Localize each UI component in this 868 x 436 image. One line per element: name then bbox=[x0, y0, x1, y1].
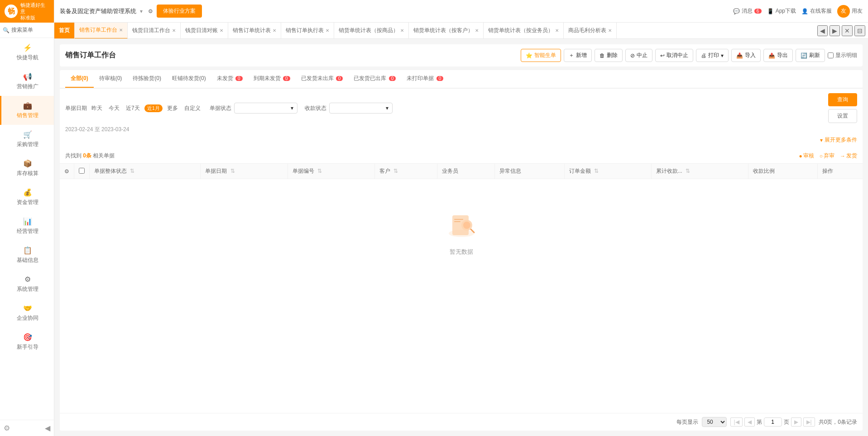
sidebar-item-basic-info[interactable]: 📋 基础信息 bbox=[0, 241, 54, 270]
col-status-label: 单据整体状态 bbox=[94, 168, 127, 174]
sub-tab-pending-inspect[interactable]: 待拣验货(0) bbox=[127, 70, 167, 88]
tab-sales-execute[interactable]: 销售订单执行表 ✕ bbox=[281, 23, 334, 39]
tab-expand-btn[interactable]: ⊟ bbox=[854, 25, 865, 36]
app-download-action[interactable]: 📱 App下载 bbox=[767, 7, 796, 15]
tab-close-summary-customer[interactable]: ✕ bbox=[475, 28, 479, 33]
online-service-action[interactable]: 👤 在线客服 bbox=[801, 7, 832, 15]
sidebar-item-sales[interactable]: 💼 销售管理 bbox=[0, 96, 54, 125]
sidebar-item-marketing[interactable]: 📢 营销推广 bbox=[0, 67, 54, 96]
payment-select[interactable]: ▾ bbox=[329, 103, 393, 114]
tab-close-cash-daily[interactable]: ✕ bbox=[172, 28, 176, 33]
pagination-first-btn[interactable]: |◀ bbox=[730, 417, 742, 427]
tab-close-all-btn[interactable]: ✕ bbox=[842, 25, 853, 36]
tab-close-goods-margin[interactable]: ✕ bbox=[608, 28, 612, 33]
date-more-btn[interactable]: 更多 bbox=[165, 104, 180, 113]
tab-home[interactable]: 首页 bbox=[54, 23, 75, 39]
expand-btn[interactable]: ▾ 展开更多条件 bbox=[820, 136, 857, 144]
sidebar-item-finance[interactable]: 💰 资金管理 bbox=[0, 183, 54, 212]
tab-sales-summary-customer[interactable]: 销货单统计表（按客户） ✕ bbox=[409, 23, 484, 39]
delete-btn[interactable]: 🗑 删除 bbox=[595, 49, 623, 62]
dropdown-icon[interactable]: ▾ bbox=[140, 8, 143, 14]
pagination-prev-btn[interactable]: ◀ bbox=[744, 417, 755, 427]
table-toolbar: 共找到 0条 相关单据 ● 审核 ○ 弃审 → 发货 bbox=[60, 148, 863, 164]
sort-date-icon[interactable]: ⇅ bbox=[230, 168, 235, 174]
tab-close-summary-product[interactable]: ✕ bbox=[400, 28, 404, 33]
setting-btn[interactable]: 设置 bbox=[828, 109, 857, 123]
tab-close-cash-reconcile[interactable]: ✕ bbox=[220, 28, 223, 33]
date-1month-btn[interactable]: 近1月 bbox=[144, 104, 163, 112]
sub-tab-not-printed[interactable]: 未打印单据 0 bbox=[401, 70, 449, 88]
page-input[interactable]: 1 bbox=[764, 417, 782, 427]
tab-next-btn[interactable]: ▶ bbox=[830, 25, 840, 36]
sidebar-item-purchase[interactable]: 🛒 采购管理 bbox=[0, 125, 54, 154]
refresh-btn[interactable]: 🔄 刷新 bbox=[796, 49, 825, 62]
user-action[interactable]: 友 用友 bbox=[837, 5, 863, 18]
gear-icon[interactable]: ⚙ bbox=[148, 8, 153, 14]
sub-tab-all[interactable]: 全部(0) bbox=[65, 70, 94, 88]
cancel-review-action-btn[interactable]: ○ 弃审 bbox=[820, 152, 834, 160]
smart-btn[interactable]: ⭐ 智能生单 bbox=[521, 49, 561, 62]
stop-btn[interactable]: ⊘ 中止 bbox=[625, 49, 652, 62]
sub-tab-wangpu-ship[interactable]: 旺铺待发货(0) bbox=[167, 70, 211, 88]
date-yesterday-btn[interactable]: 昨天 bbox=[90, 104, 104, 113]
cancel-stop-btn[interactable]: ↩ 取消中止 bbox=[655, 49, 693, 62]
tab-prev-btn[interactable]: ◀ bbox=[817, 25, 828, 36]
sidebar-item-inventory[interactable]: 📦 库存核算 bbox=[0, 154, 54, 183]
tab-sales-workbench[interactable]: 销售订单工作台 ✕ bbox=[75, 23, 128, 39]
th-settings[interactable]: ⚙ bbox=[60, 164, 74, 179]
empty-icon bbox=[443, 206, 480, 242]
print-btn[interactable]: 🖨 打印 ▾ bbox=[696, 49, 729, 62]
show-detail-label[interactable]: 显示明细 bbox=[828, 52, 857, 59]
th-checkbox[interactable] bbox=[74, 164, 90, 179]
sub-tab-not-shipped[interactable]: 未发货 0 bbox=[211, 70, 248, 88]
tab-cash-daily[interactable]: 钱货日清工作台 ✕ bbox=[128, 23, 181, 39]
date-7days-btn[interactable]: 近7天 bbox=[124, 104, 142, 113]
sub-tab-shipped-not-out[interactable]: 已发货未出库 0 bbox=[296, 70, 349, 88]
tab-goods-margin[interactable]: 商品毛利分析表 ✕ bbox=[564, 23, 617, 39]
industry-btn[interactable]: 体验行业方案 bbox=[157, 5, 202, 18]
sidebar-item-quick-nav[interactable]: ⚡ 快捷导航 bbox=[0, 38, 54, 67]
ship-action-btn[interactable]: → 发货 bbox=[840, 152, 857, 160]
import-btn[interactable]: 📥 导入 bbox=[731, 49, 761, 62]
sidebar-item-operations[interactable]: 📊 经营管理 bbox=[0, 212, 54, 241]
tab-close-sales-execute[interactable]: ✕ bbox=[326, 28, 329, 33]
collapse-btn[interactable]: ◀ bbox=[45, 424, 50, 432]
date-custom-btn[interactable]: 自定义 bbox=[182, 104, 202, 113]
message-action[interactable]: 💬 消息 6 bbox=[733, 7, 762, 15]
sidebar-item-system[interactable]: ⚙ 系统管理 bbox=[0, 270, 54, 299]
sidebar-item-guide[interactable]: 🎯 新手引导 bbox=[0, 327, 54, 356]
tab-close-sales-stats[interactable]: ✕ bbox=[273, 28, 276, 33]
sort-customer-icon[interactable]: ⇅ bbox=[393, 168, 398, 174]
expand-down-icon: ▾ bbox=[820, 137, 823, 143]
sub-tab-pending-review[interactable]: 待审核(0) bbox=[94, 70, 128, 88]
sort-amount-icon[interactable]: ⇅ bbox=[594, 168, 599, 174]
status-select[interactable]: ▾ bbox=[234, 103, 297, 114]
search-menu[interactable]: 🔍 搜索菜单 bbox=[0, 23, 54, 38]
sort-status-icon[interactable]: ⇅ bbox=[130, 168, 134, 174]
date-today-btn[interactable]: 今天 bbox=[107, 104, 121, 113]
table-scroll-area[interactable]: ⚙ 单据整体状态 ⇅ 单据日期 ⇅ 单据编号 bbox=[60, 164, 863, 413]
pagination-next-btn[interactable]: ▶ bbox=[791, 417, 801, 427]
shipped-out-badge: 0 bbox=[389, 76, 396, 81]
tab-sales-summary-staff[interactable]: 销货单统计表（按业务员） ✕ bbox=[484, 23, 564, 39]
sub-tab-expired-not-shipped[interactable]: 到期未发货 0 bbox=[248, 70, 296, 88]
pagination-last-btn[interactable]: ▶| bbox=[803, 417, 815, 427]
show-detail-checkbox[interactable] bbox=[828, 52, 834, 58]
tab-cash-reconcile[interactable]: 钱货日清对账 ✕ bbox=[181, 23, 228, 39]
tab-sales-summary-product[interactable]: 销货单统计表（按商品） ✕ bbox=[334, 23, 409, 39]
sub-tab-shipped-out[interactable]: 已发货已出库 0 bbox=[348, 70, 401, 88]
per-page-select[interactable]: 50 100 200 bbox=[702, 417, 727, 427]
tab-sales-stats[interactable]: 销售订单统计表 ✕ bbox=[228, 23, 281, 39]
tab-close-sales-workbench[interactable]: ✕ bbox=[119, 28, 123, 33]
query-btn[interactable]: 查询 bbox=[828, 93, 857, 106]
sort-collected-icon[interactable]: ⇅ bbox=[686, 168, 690, 174]
export-btn[interactable]: 📤 导出 bbox=[763, 49, 793, 62]
settings-btn[interactable]: ⚙ bbox=[4, 424, 10, 432]
sidebar-item-enterprise[interactable]: 🤝 企业协同 bbox=[0, 299, 54, 327]
review-action-btn[interactable]: ● 审核 bbox=[799, 152, 814, 160]
tab-close-summary-staff[interactable]: ✕ bbox=[555, 28, 559, 33]
delete-icon: 🗑 bbox=[599, 52, 605, 59]
add-btn[interactable]: ＋ 新增 bbox=[564, 49, 592, 62]
sort-number-icon[interactable]: ⇅ bbox=[317, 168, 322, 174]
select-all-checkbox[interactable] bbox=[79, 168, 85, 174]
